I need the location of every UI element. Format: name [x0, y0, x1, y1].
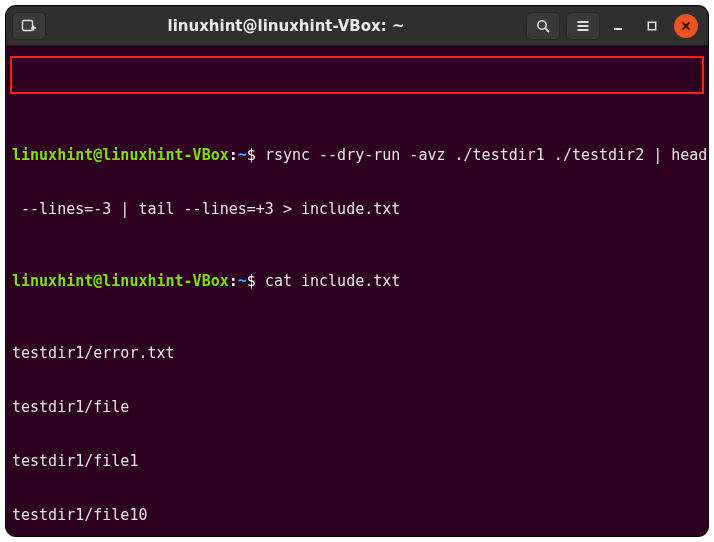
maximize-icon [646, 20, 658, 32]
minimize-icon [612, 20, 624, 32]
command-line-2: linuxhint@linuxhint-VBox:~$ cat include.… [6, 272, 708, 290]
maximize-button[interactable] [640, 14, 664, 38]
prompt-host: linuxhint-VBox [102, 272, 228, 290]
prompt-at: @ [93, 272, 102, 290]
command-text-wrap: --lines=-3 | tail --lines=+3 > include.t… [12, 200, 400, 218]
hamburger-menu-icon [575, 18, 591, 34]
prompt-path: ~ [238, 146, 247, 164]
prompt-at: @ [93, 146, 102, 164]
command-text: cat include.txt [265, 272, 400, 290]
prompt-user: linuxhint [12, 272, 93, 290]
prompt-colon: : [229, 146, 238, 164]
close-icon [680, 20, 692, 32]
prompt-host: linuxhint-VBox [102, 146, 228, 164]
menu-button[interactable] [566, 12, 600, 40]
svg-point-3 [538, 20, 546, 28]
close-button[interactable] [674, 14, 698, 38]
svg-line-4 [545, 28, 549, 32]
prompt-user: linuxhint [12, 146, 93, 164]
output-line: testdir1/file10 [6, 506, 708, 524]
terminal-viewport[interactable]: linuxhint@linuxhint-VBox:~$ rsync --dry-… [6, 46, 708, 536]
command-text: rsync --dry-run -avz ./testdir1 ./testdi… [265, 146, 708, 164]
prompt-path: ~ [238, 272, 247, 290]
terminal-window: linuxhint@linuxhint-VBox: ~ [6, 6, 708, 536]
output-line: testdir1/file [6, 398, 708, 416]
minimize-button[interactable] [606, 14, 630, 38]
prompt-dollar: $ [247, 272, 265, 290]
window-title: linuxhint@linuxhint-VBox: ~ [52, 17, 520, 35]
new-tab-button[interactable] [12, 12, 46, 40]
window-controls [606, 14, 702, 38]
search-button[interactable] [526, 12, 560, 40]
svg-rect-0 [23, 20, 33, 30]
search-icon [535, 18, 551, 34]
prompt-dollar: $ [247, 146, 265, 164]
output-line: testdir1/error.txt [6, 344, 708, 362]
prompt-colon: : [229, 272, 238, 290]
titlebar[interactable]: linuxhint@linuxhint-VBox: ~ [6, 6, 708, 46]
svg-rect-9 [648, 22, 655, 29]
new-tab-icon [21, 18, 37, 34]
command-line-1: linuxhint@linuxhint-VBox:~$ rsync --dry-… [6, 146, 708, 164]
output-line: testdir1/file1 [6, 452, 708, 470]
command-line-1-wrap: --lines=-3 | tail --lines=+3 > include.t… [6, 200, 708, 218]
